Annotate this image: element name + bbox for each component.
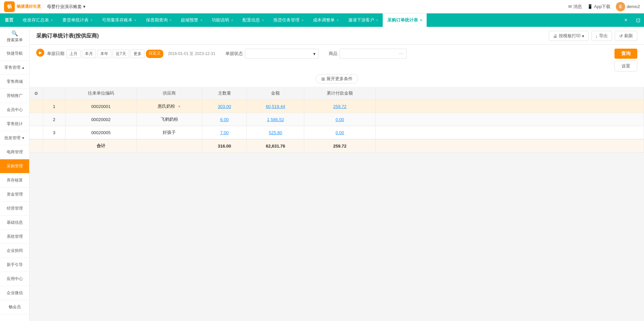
tab-home[interactable]: 首页 [0, 13, 18, 27]
sidebar-search[interactable]: 🔍 搜索菜单 [0, 27, 29, 47]
sidebar-item-app-center[interactable]: 应用中心 [0, 272, 29, 286]
user-profile[interactable]: E demo2 [616, 2, 640, 11]
col-qty-header: 主数量 [202, 87, 247, 100]
tab-available-stock[interactable]: 可用量库存账本 × [97, 13, 141, 27]
filter-fields: 单据日期 上月 本月 本年 近7天 更多 自定义 2016-01-01 至 20… [47, 49, 614, 59]
tab-config-info[interactable]: 配置信息 × [238, 13, 269, 27]
expand-supplier-icon[interactable]: ▼ [178, 105, 181, 108]
row2-qty[interactable]: 6.00 [202, 113, 247, 126]
col-paid-header: 累计付款金额 [304, 87, 376, 100]
sidebar-item-retail-stats[interactable]: 零售统计 [0, 117, 29, 131]
table-footer-row: 合计 316.00 62,631.76 259.72 [30, 139, 644, 153]
tab-order-summary[interactable]: 要货单统计表 × [58, 13, 97, 27]
tab-purchase-summary[interactable]: 采购订单统计表 × [383, 13, 427, 27]
sidebar-item-basic-info[interactable]: 基础信息 [0, 216, 29, 230]
close-tab-shelf-life[interactable]: × [170, 18, 172, 22]
sidebar-item-stock-check[interactable]: 库存核算 [0, 173, 29, 188]
tab-invite-downstream[interactable]: 邀请下游客户 × [343, 13, 383, 27]
goods-input[interactable]: ··· [339, 49, 407, 59]
table-container: ⚙ 往来单位编码 供应商 主数量 金额 [30, 87, 644, 153]
query-button[interactable]: 查询 [614, 49, 637, 59]
row2-supplier: 飞鹤奶粉 [137, 113, 202, 126]
message-action[interactable]: ✉ 消息 [568, 4, 582, 10]
close-tab-func-desc[interactable]: × [231, 18, 233, 22]
row2-paid[interactable]: 0.00 [304, 113, 376, 126]
col-index-header [43, 87, 65, 100]
restore-tabs-button[interactable]: ⊡ [632, 13, 644, 27]
close-tab-invite-downstream[interactable]: × [376, 18, 378, 22]
status-filter-group: 单据状态 ▾ [225, 49, 319, 59]
row1-qty[interactable]: 303.00 [202, 100, 247, 113]
settings-button[interactable]: 设置 [614, 61, 637, 71]
tab-func-desc[interactable]: 功能说明 × [207, 13, 238, 27]
sidebar-item-quick-nav[interactable]: 快捷导航 [0, 47, 29, 61]
sidebar-item-retail-manage[interactable]: 零售管理 ▲ [0, 61, 29, 75]
refresh-icon: ↺ [619, 34, 623, 39]
col-settings-header[interactable]: ⚙ [30, 87, 43, 100]
custom-tag[interactable]: 自定义 [146, 50, 163, 58]
more-goods-icon: ··· [399, 51, 404, 57]
status-label: 单据状态 [225, 51, 243, 57]
tab-picking-task[interactable]: 拣货任务管理 × [269, 13, 308, 27]
sidebar-item-finance[interactable]: 资金管理 [0, 188, 29, 202]
more-date-btn[interactable]: 更多 [130, 50, 145, 58]
sidebar-item-system[interactable]: 系统管理 [0, 230, 29, 244]
row3-extra [376, 126, 644, 140]
status-select[interactable]: ▾ [245, 49, 319, 59]
close-tab-cost-adjust[interactable]: × [337, 18, 339, 22]
sidebar-item-operation[interactable]: 经营管理 [0, 202, 29, 216]
row2-amount[interactable]: 1,586.52 [247, 113, 304, 126]
close-all-tabs-button[interactable]: × [620, 13, 632, 27]
filter-section: ▶ 单据日期 上月 本月 本年 近7天 更多 自定义 [30, 45, 644, 87]
sidebar-item-enterprise-wechat[interactable]: 企业微信 [0, 286, 29, 300]
topbar-left: 畅 畅捷通好生意 母婴行业演示账套 ▾ [4, 1, 86, 12]
row2-settings [30, 113, 43, 126]
tab-shelf-life[interactable]: 保质期查询 × [141, 13, 176, 27]
close-tab-order-summary[interactable]: × [91, 18, 93, 22]
sidebar-item-retail-mall[interactable]: 零售商城 [0, 75, 29, 89]
sidebar-item-wholesale-manage[interactable]: 批发管理 ▼ [0, 131, 29, 145]
refresh-button[interactable]: ↺ 刷新 [615, 31, 637, 41]
close-tab-purchase-summary[interactable]: × [420, 18, 422, 22]
expand-more-button[interactable]: ⊞ 展开更多条件 [316, 74, 358, 84]
sidebar-item-member[interactable]: 畅会员 [0, 300, 29, 314]
app-download-action[interactable]: 📱 App下载 [587, 4, 610, 10]
row3-settings [30, 126, 43, 140]
row1-amount[interactable]: 60,519.44 [247, 100, 304, 113]
sidebar-item-enterprise-collab[interactable]: 企业协同 [0, 244, 29, 258]
filter-toggle-button[interactable]: ▶ [36, 49, 44, 57]
close-tab-receive-summary[interactable]: × [51, 18, 53, 22]
tab-overstock[interactable]: 超储预警 × [176, 13, 207, 27]
row3-paid[interactable]: 0.00 [304, 126, 376, 140]
tab-receive-summary[interactable]: 收发存汇总表 × [18, 13, 58, 27]
sidebar-item-member-center[interactable]: 会员中心 [0, 103, 29, 117]
sidebar-item-new-guide[interactable]: 新手引导 [0, 258, 29, 272]
close-tab-picking-task[interactable]: × [302, 18, 304, 22]
row3-qty[interactable]: 7.00 [202, 126, 247, 140]
row1-supplier: 惠氏奶粉 ▼ [137, 100, 202, 113]
print-button[interactable]: 🖨 按模板打印 ▾ [549, 31, 589, 41]
close-tab-available-stock[interactable]: × [135, 18, 137, 22]
last-month-btn[interactable]: 上月 [66, 50, 80, 58]
page-title: 采购订单统计表(按供应商) [36, 33, 99, 43]
chevron-icon-wholesale: ▼ [21, 136, 25, 140]
filter-top-row: ▶ 单据日期 上月 本月 本年 近7天 更多 自定义 [36, 49, 637, 71]
last-7days-btn[interactable]: 近7天 [113, 50, 129, 58]
sidebar-item-ecommerce[interactable]: 电商管理 [0, 145, 29, 159]
this-month-btn[interactable]: 本月 [82, 50, 96, 58]
close-tab-overstock[interactable]: × [200, 18, 202, 22]
goods-filter-group: 商品 ··· [329, 49, 407, 59]
this-year-btn[interactable]: 本年 [97, 50, 111, 58]
export-button[interactable]: ↓ 导出 [591, 31, 612, 41]
date-filter-group: 单据日期 上月 本月 本年 近7天 更多 自定义 [47, 50, 163, 58]
close-tab-config-info[interactable]: × [262, 18, 264, 22]
workspace-selector[interactable]: 母婴行业演示账套 ▾ [47, 4, 86, 10]
sidebar-item-purchase-manage[interactable]: 采购管理 [0, 159, 29, 173]
sidebar-item-marketing[interactable]: 营销推广 [0, 89, 29, 103]
layout: 🔍 搜索菜单 快捷导航 零售管理 ▲ 零售商城 营销推广 会员中心 零售统计 批… [0, 27, 644, 321]
data-table: ⚙ 往来单位编码 供应商 主数量 金额 [30, 87, 644, 153]
row1-paid[interactable]: 259.72 [304, 100, 376, 113]
row3-amount[interactable]: 525.80 [247, 126, 304, 140]
app-icon: 📱 [587, 4, 593, 9]
tab-cost-adjust[interactable]: 成本调整单 × [308, 13, 343, 27]
